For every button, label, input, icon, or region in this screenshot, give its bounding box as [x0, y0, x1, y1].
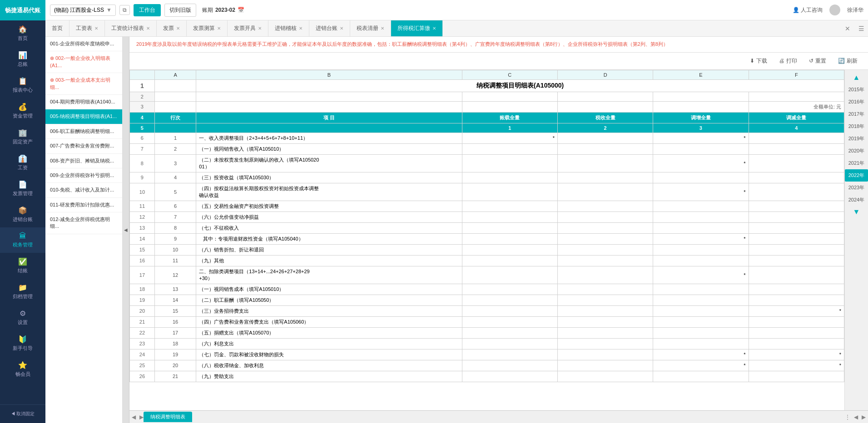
- cell-val[interactable]: [462, 143, 557, 154]
- cell-val[interactable]: [557, 143, 653, 154]
- cell-val[interactable]: [653, 212, 749, 222]
- list-item-007[interactable]: 007-广告费和业务宣传费附...: [45, 139, 122, 153]
- year-scroll-up[interactable]: ▲: [845, 72, 868, 84]
- cell-item[interactable]: （九）赞助支出: [196, 371, 462, 382]
- list-item-010[interactable]: 010-免税、减计收入及加计...: [45, 183, 122, 197]
- cell-hangci[interactable]: 19: [154, 349, 196, 360]
- cell-hangci[interactable]: 16: [154, 316, 196, 327]
- sidebar-item-invoice[interactable]: 📄 发票管理: [0, 176, 45, 202]
- cell[interactable]: [557, 101, 653, 112]
- dots-menu[interactable]: ⋮: [845, 414, 850, 420]
- cell-val[interactable]: [653, 143, 749, 154]
- cell-val[interactable]: *: [462, 133, 557, 143]
- cell-val[interactable]: [749, 183, 844, 201]
- cell-val[interactable]: [749, 143, 844, 154]
- cell-item[interactable]: （五）捐赠支出（填写A105070）: [196, 327, 462, 338]
- sidebar-item-purchase[interactable]: 📦 进销台账: [0, 202, 45, 227]
- cell-val[interactable]: [749, 222, 844, 233]
- sidebar-item-member[interactable]: ⭐ 畅会员: [0, 356, 45, 382]
- cell-val[interactable]: [462, 212, 557, 222]
- cell-val[interactable]: [749, 212, 844, 222]
- year-item-2016[interactable]: 2016年: [845, 96, 868, 108]
- cell-val[interactable]: [557, 338, 653, 349]
- cell-val[interactable]: *: [653, 266, 749, 284]
- list-item-011[interactable]: 011-研发费用加计扣除优惠...: [45, 198, 122, 212]
- sidebar-item-home[interactable]: 🏠 首页: [0, 20, 45, 46]
- tab-purchase-verify[interactable]: 进销稽核 ✕: [268, 20, 309, 36]
- cell-val[interactable]: [749, 172, 844, 183]
- cell-val[interactable]: [749, 327, 844, 338]
- cell-val[interactable]: [749, 284, 844, 295]
- cell-hangci[interactable]: 8: [154, 222, 196, 233]
- old-version-button[interactable]: 切到旧版: [164, 4, 196, 17]
- cell-hangci[interactable]: 6: [154, 201, 196, 212]
- cell-val[interactable]: [557, 212, 653, 222]
- cell-val[interactable]: [557, 295, 653, 305]
- cell-val[interactable]: [749, 295, 844, 305]
- sidebar-item-settings[interactable]: ⚙ 设置: [0, 305, 45, 330]
- cell-val[interactable]: [462, 222, 557, 233]
- company-select[interactable]: (物副) 江西股金-LSS ▼: [50, 5, 116, 16]
- scroll-right-btn[interactable]: ▶: [139, 414, 144, 420]
- cell[interactable]: [653, 101, 749, 112]
- cell-val[interactable]: *: [749, 349, 844, 360]
- cell-hangci[interactable]: 2: [154, 143, 196, 154]
- cell-val[interactable]: [462, 349, 557, 360]
- sidebar-item-tax[interactable]: 🏛 税务管理: [0, 227, 45, 253]
- cell-val[interactable]: [653, 284, 749, 295]
- cell-val[interactable]: [557, 255, 653, 266]
- year-item-2022[interactable]: 2022年: [845, 169, 868, 182]
- print-button[interactable]: 🖨 打印: [775, 55, 801, 67]
- cell[interactable]: [196, 101, 462, 112]
- cell-val[interactable]: [462, 183, 557, 201]
- cell-val[interactable]: [557, 371, 653, 382]
- tab-tax-list[interactable]: 税表清册 ✕: [350, 20, 391, 36]
- list-item-003[interactable]: ⊗003-一般企业成本支出明细...: [45, 73, 122, 95]
- cell-val[interactable]: [653, 172, 749, 183]
- cell-val[interactable]: [557, 172, 653, 183]
- cell-hangci[interactable]: 18: [154, 338, 196, 349]
- cell-val[interactable]: [749, 154, 844, 172]
- consult-btn[interactable]: 👤 人工咨询: [793, 6, 823, 14]
- tab-invoice[interactable]: 发票 ✕: [157, 20, 187, 36]
- cell-hangci[interactable]: 13: [154, 284, 196, 295]
- cell-val[interactable]: [462, 360, 557, 371]
- cell-val[interactable]: [749, 244, 844, 255]
- list-item-005[interactable]: 005-纳税调整项目明细表(A1...: [45, 109, 122, 124]
- cell-val[interactable]: [462, 338, 557, 349]
- cell-val[interactable]: *: [653, 154, 749, 172]
- close-icon[interactable]: ✕: [176, 26, 180, 31]
- list-item-002[interactable]: ⊗002-一般企业收入明细表(A1...: [45, 51, 122, 73]
- cell-item[interactable]: （一）视同销售收入（填写A105010）: [196, 143, 462, 154]
- tab-payroll-report[interactable]: 工资统计报表 ✕: [105, 20, 157, 36]
- close-icon[interactable]: ✕: [217, 26, 221, 31]
- list-item-008[interactable]: 008-资产折旧、摊销及纳税...: [45, 154, 122, 168]
- cell-item[interactable]: （二）职工薪酬（填写A105050）: [196, 295, 462, 305]
- cell-val[interactable]: [653, 255, 749, 266]
- cell-item[interactable]: （一）视同销售成本（填写A105010）: [196, 284, 462, 295]
- tab-income-tax[interactable]: 所得税汇算缴 ✕: [391, 20, 443, 36]
- cell-val[interactable]: [557, 266, 653, 284]
- close-all-btn[interactable]: ✕: [840, 25, 855, 32]
- close-icon[interactable]: ✕: [146, 26, 150, 31]
- refresh-button[interactable]: 🔄 刷新: [834, 55, 861, 67]
- list-item-009[interactable]: 009-企业所得税弥补亏损明...: [45, 168, 122, 183]
- year-item-2021[interactable]: 2021年: [845, 157, 868, 169]
- cell-val[interactable]: [749, 316, 844, 327]
- cell[interactable]: [462, 101, 557, 112]
- sidebar-item-assets[interactable]: 🏢 固定资产: [0, 124, 45, 150]
- cell-hangci[interactable]: 21: [154, 371, 196, 382]
- cell-val[interactable]: [653, 295, 749, 305]
- close-icon[interactable]: ✕: [340, 26, 343, 31]
- cell-hangci[interactable]: 20: [154, 360, 196, 371]
- cell-hangci[interactable]: 5: [154, 183, 196, 201]
- cell-val[interactable]: [557, 154, 653, 172]
- cell-hangci[interactable]: 15: [154, 305, 196, 316]
- cell[interactable]: [653, 92, 749, 101]
- calendar-icon[interactable]: 📅: [238, 7, 244, 13]
- cell-hangci[interactable]: 17: [154, 327, 196, 338]
- cell-item[interactable]: 其中：专项用途财政性资金（填写A105040）: [196, 233, 462, 244]
- year-item-2024[interactable]: 2024年: [845, 194, 868, 206]
- cell-val[interactable]: [653, 338, 749, 349]
- cell-val[interactable]: [653, 201, 749, 212]
